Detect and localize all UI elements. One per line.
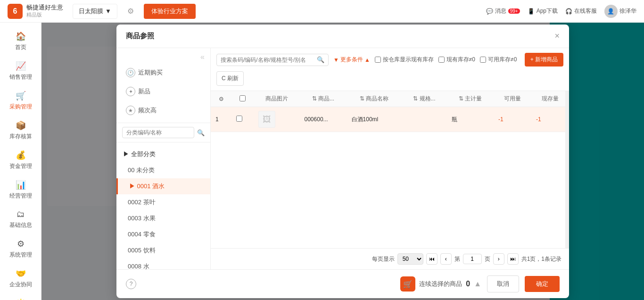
- category-all[interactable]: ▶ 全部分类: [116, 146, 210, 162]
- category-search-icon[interactable]: 🔍: [197, 129, 205, 136]
- row-checkbox[interactable]: [236, 116, 242, 122]
- sidebar-item-inventory[interactable]: 📦 库存核算: [0, 116, 41, 145]
- trial-btn[interactable]: 体验行业方案: [144, 4, 196, 19]
- checkbox-available-stock-text: 可用库存≠0: [488, 56, 517, 64]
- dialog-close-btn[interactable]: ×: [554, 31, 560, 41]
- col-code[interactable]: ⇅ 商品...: [300, 91, 347, 107]
- help-icon[interactable]: ?: [126, 279, 136, 289]
- dialog-title: 商品参照: [126, 32, 154, 41]
- category-beverage-label: 0005 饮料: [128, 247, 156, 254]
- quick-new-product[interactable]: ✦ 新品: [122, 84, 205, 99]
- per-page-select[interactable]: 50 10 20 100: [397, 253, 423, 265]
- row-code-cell: 000600...: [300, 107, 347, 132]
- message-item[interactable]: 💬 消息 99+: [486, 7, 520, 15]
- dialog-overlay: 商品参照 × « 🕐 近期购买: [41, 23, 644, 300]
- confirm-btn[interactable]: 确定: [525, 276, 560, 292]
- checkbox-warehouse[interactable]: [375, 57, 381, 63]
- sidebar-item-sales[interactable]: 📈 销售管理: [0, 56, 41, 86]
- sidebar-item-operations[interactable]: 📊 经营管理: [0, 175, 41, 205]
- checkbox-available-stock-label[interactable]: 可用库存≠0: [480, 56, 517, 64]
- system-icon: ⚙: [17, 239, 25, 249]
- first-page-btn[interactable]: ⏮: [426, 253, 438, 265]
- checkbox-current-stock-text: 现有库存≠0: [446, 56, 475, 64]
- table-row[interactable]: 1 🖼 000600... 白酒100ml 瓶: [211, 107, 569, 132]
- online-service-item[interactable]: 🎧 在线客服: [565, 7, 597, 15]
- store-selector[interactable]: 日太阳膜 ▼: [73, 4, 117, 19]
- home-icon: 🏠: [16, 31, 26, 42]
- checkbox-current-stock-label[interactable]: 现有库存≠0: [438, 56, 475, 64]
- sidebar-item-home[interactable]: 🏠 首页: [0, 26, 41, 56]
- col-settings[interactable]: ⚙: [211, 91, 231, 107]
- sidebar-item-basicinfo[interactable]: 🗂 基础信息: [0, 205, 41, 234]
- cart-icon[interactable]: 🛒: [400, 276, 415, 292]
- row-checkbox-cell[interactable]: [231, 107, 254, 132]
- category-alcohol[interactable]: ▶ 0001 酒水: [116, 178, 210, 194]
- cart-collapse-icon[interactable]: ▲: [474, 280, 481, 288]
- col-checkbox: [231, 91, 254, 107]
- product-search-box: 🔍: [216, 54, 329, 66]
- cancel-btn[interactable]: 取消: [487, 275, 519, 292]
- logo-text-area: 畅捷通好生意 精品版: [26, 4, 63, 18]
- prev-page-btn[interactable]: ‹: [440, 253, 452, 265]
- sidebar-item-purchase[interactable]: 🛒 采购管理: [0, 86, 41, 116]
- current-page-input[interactable]: [463, 254, 482, 264]
- category-search-input[interactable]: [122, 127, 194, 138]
- product-table: ⚙ 商品图片 ⇅ 商品... ⇅ 商品名称 ⇅ 规格... ⇅ 主计量 可用量: [211, 91, 569, 132]
- refresh-btn[interactable]: C 刷新: [216, 71, 244, 86]
- message-badge: 99+: [508, 8, 520, 14]
- category-fruit[interactable]: 0003 水果: [116, 210, 210, 226]
- quick-new-label: 新品: [138, 87, 150, 96]
- row-index: 1: [211, 107, 231, 132]
- sidebar-item-guide[interactable]: 🌟 新手引导: [0, 293, 41, 300]
- filter-more-label: 更多条件: [340, 56, 363, 64]
- category-unclassified[interactable]: 00 未分类: [116, 162, 210, 178]
- enterprise-icon: 🤝: [16, 268, 26, 279]
- category-water[interactable]: 0008 水: [116, 258, 210, 269]
- last-page-btn[interactable]: ⏭: [507, 253, 519, 265]
- category-water-label: 0008 水: [128, 263, 149, 269]
- sidebar-item-basicinfo-label: 基础信息: [9, 221, 32, 229]
- inventory-icon: 📦: [16, 120, 26, 131]
- col-unit[interactable]: ⇅ 主计量: [447, 91, 494, 107]
- checkbox-warehouse-label[interactable]: 按仓库显示现有库存: [375, 56, 434, 64]
- col-name[interactable]: ⇅ 商品名称: [347, 91, 402, 107]
- category-all-label: ▶ 全部分类: [123, 150, 156, 158]
- operations-icon: 📊: [16, 180, 26, 190]
- sidebar-item-sales-label: 销售管理: [9, 73, 32, 81]
- next-page-btn[interactable]: ›: [493, 253, 504, 265]
- settings-icon[interactable]: ⚙: [123, 4, 138, 19]
- product-search-icon[interactable]: 🔍: [317, 56, 324, 63]
- top-nav: 6 畅捷通好生意 精品版 日太阳膜 ▼ ⚙ 体验行业方案 💬 消息 99+ 📱 …: [0, 0, 644, 23]
- category-snack-label: 0004 零食: [128, 231, 156, 238]
- add-product-btn[interactable]: + 新增商品: [525, 53, 563, 67]
- quick-recent-label: 近期购买: [138, 68, 163, 77]
- category-unclassified-label: 00 未分类: [128, 167, 155, 174]
- logo-sub: 精品版: [26, 11, 63, 18]
- user-item[interactable]: 👤 徐泽华: [604, 5, 636, 18]
- product-search-input[interactable]: [221, 54, 315, 66]
- sidebar-item-system[interactable]: ⚙ 系统管理: [0, 234, 41, 264]
- left-panel: « 🕐 近期购买 ✦ 新品 ★: [116, 48, 211, 269]
- category-tea[interactable]: 0002 茶叶: [116, 194, 210, 210]
- select-all-checkbox[interactable]: [239, 95, 246, 101]
- sidebar-item-enterprise[interactable]: 🤝 企业协同: [0, 264, 41, 293]
- col-spec[interactable]: ⇅ 规格...: [402, 91, 447, 107]
- vertical-scrollbar[interactable]: [565, 91, 569, 248]
- quick-recent-purchase[interactable]: 🕐 近期购买: [122, 65, 205, 80]
- total-info: 共1页，1条记录: [521, 255, 561, 263]
- basicinfo-icon: 🗂: [17, 209, 25, 219]
- dialog-body: « 🕐 近期购买 ✦ 新品 ★: [116, 48, 569, 269]
- sidebar-item-finance[interactable]: 💰 资金管理: [0, 145, 41, 175]
- checkbox-available-stock[interactable]: [480, 57, 486, 63]
- main-layout: 🏠 首页 📈 销售管理 🛒 采购管理 📦 库存核算 💰 资金管理 📊 经营管理 …: [0, 23, 644, 300]
- dialog-header: 商品参照 ×: [116, 25, 569, 48]
- filter-icon: ▼: [333, 57, 339, 63]
- checkbox-current-stock[interactable]: [438, 57, 445, 63]
- quick-high-freq[interactable]: ★ 频次高: [122, 103, 205, 118]
- app-download-item[interactable]: 📱 App下载: [528, 7, 558, 15]
- filter-more-btn[interactable]: ▼ 更多条件 ▲: [333, 56, 370, 64]
- left-panel-collapse-btn[interactable]: «: [200, 53, 205, 61]
- page-suffix: 页: [485, 255, 490, 263]
- category-beverage[interactable]: 0005 饮料: [116, 242, 210, 258]
- category-snack[interactable]: 0004 零食: [116, 226, 210, 242]
